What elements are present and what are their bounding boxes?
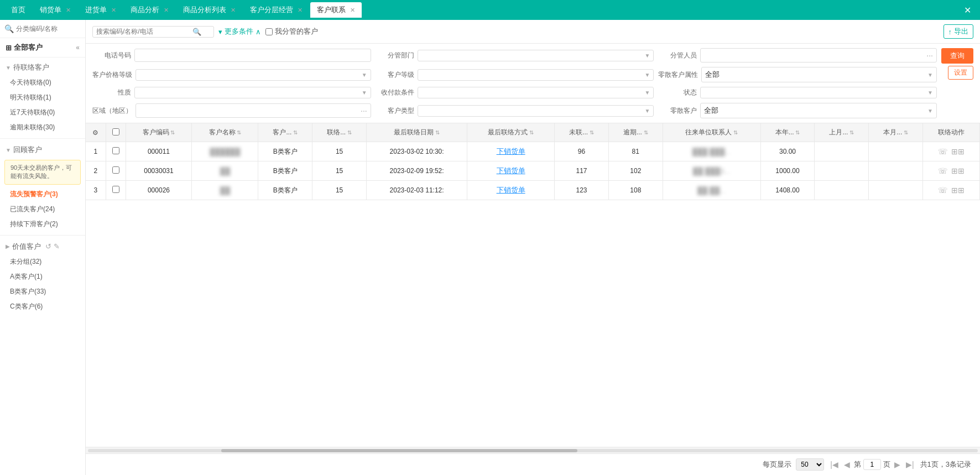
review-tooltip: 90天未交易的客户，可能有流失风险。 [4,160,81,185]
select-all-checkbox[interactable] [112,128,119,135]
sidebar-item-7days-pending[interactable]: 近7天待联络(0) [0,105,85,120]
col-not-contacted[interactable]: 未联... [555,123,609,142]
contact-action-icon[interactable]: ☏ [938,186,948,195]
my-customers-checkbox[interactable] [265,28,273,35]
next-page-button[interactable]: ▶ [893,460,902,469]
last-page-button[interactable]: ▶| [904,460,916,469]
more-action-icon[interactable]: ⊞⊞ [951,186,965,195]
chevron-down-icon: ▼ [927,108,933,114]
nav-tab-home[interactable]: 首页 [4,5,32,15]
nav-tab-sales[interactable]: 销货单 ✕ [33,2,77,18]
row-customer-type: B类客户 [258,161,312,181]
retail-attr-select[interactable]: 全部 ▼ [701,67,937,82]
sidebar-group-value-title[interactable]: ▶ 价值客户 ↺ ✎ [0,239,85,254]
person-select[interactable]: ··· [700,48,937,62]
row-checkbox-cell[interactable] [106,142,126,161]
search-input[interactable] [96,28,190,35]
price-grade-select[interactable]: ▼ [135,69,371,81]
sidebar-search-wrap: 🔍 [0,20,85,38]
close-tab-icon[interactable]: ✕ [298,7,303,14]
more-conditions-button[interactable]: ▾ 更多条件 ∧ [218,27,261,36]
sidebar-item-class-c[interactable]: C类客户(6) [0,299,85,314]
col-settings[interactable]: ⚙ [86,123,106,142]
row-checkbox-cell[interactable] [106,161,126,181]
settings-button[interactable]: 设置 [948,66,973,80]
close-tab-icon[interactable]: ✕ [164,7,169,14]
col-customer-type[interactable]: 客户... [258,123,312,142]
sidebar-item-class-a[interactable]: A类客户(1) [0,269,85,284]
col-contact-person[interactable]: 往来单位联系人 [663,123,760,142]
retail-customer-select[interactable]: 全部 ▼ [700,103,937,118]
nav-tab-analysis-list[interactable]: 商品分析列表 ✕ [176,2,242,18]
row-checkbox-cell[interactable] [106,181,126,200]
per-page-select[interactable]: 50 100 [796,458,824,471]
dept-select[interactable]: ▼ [418,50,654,61]
customer-type-select[interactable]: ▼ [418,105,654,117]
edit-icon[interactable]: ✎ [54,242,60,250]
more-action-icon[interactable]: ⊞⊞ [951,166,965,175]
close-tab-icon[interactable]: ✕ [66,7,71,14]
row-last-contact-method[interactable]: 下销货单 [467,161,555,181]
phone-input[interactable] [134,49,371,62]
sidebar-item-unclassified[interactable]: 未分组(32) [0,254,85,269]
contact-action-icon[interactable]: ☏ [938,166,948,175]
page-number-input[interactable] [863,459,881,470]
sidebar-item-churn-warning[interactable]: 流失预警客户(3) [0,187,85,202]
contact-action-icon[interactable]: ☏ [938,147,948,156]
sidebar-item-tomorrow-pending[interactable]: 明天待联络(1) [0,90,85,105]
row-this-month [869,181,923,200]
col-this-month[interactable]: 本月... [869,123,923,142]
collapse-sidebar-icon[interactable]: « [76,44,80,51]
close-tab-icon[interactable]: ✕ [231,7,236,14]
col-this-year[interactable]: 本年... [760,123,815,142]
region-select[interactable]: ··· [135,103,371,118]
row-contact-person: ██ ██... [663,181,760,200]
row-last-contact-method[interactable]: 下销货单 [467,142,555,161]
first-page-button[interactable]: |◀ [828,460,840,469]
close-all-tabs-button[interactable]: ✕ [960,5,976,15]
sidebar-item-today-pending[interactable]: 今天待联络(0) [0,75,85,90]
chevron-down-icon: ▼ [927,72,933,78]
col-last-contact-method[interactable]: 最后联络方式 [467,123,555,142]
col-name[interactable]: 客户名称 [192,123,258,142]
payment-select[interactable]: ▼ [418,87,654,98]
scroll-thumb[interactable] [221,449,577,452]
nav-tab-customer-contact[interactable]: 客户联系 ✕ [310,2,362,18]
query-button[interactable]: 查询 [941,48,973,64]
close-tab-icon[interactable]: ✕ [350,7,355,14]
my-customers-checkbox-label[interactable]: 我分管的客户 [265,27,318,36]
nav-tab-customer-segment[interactable]: 客户分层经营 ✕ [243,2,309,18]
sidebar-group-review-title[interactable]: ▼ 回顾客户 [0,142,85,158]
table-row: 1 000011 ██████ B类客户 15 2023-03-02 10:30… [86,142,980,161]
row-last-contact-method[interactable]: 下销货单 [467,181,555,200]
row-checkbox[interactable] [112,186,119,193]
scroll-track[interactable] [88,449,978,452]
row-checkbox[interactable] [112,166,119,174]
sidebar-item-churned[interactable]: 已流失客户(24) [0,202,85,217]
sidebar-item-class-b[interactable]: B类客户(33) [0,284,85,299]
filter-row-1: 电话号码 分管部门 ▼ 分管人员 [92,48,937,62]
sidebar-item-declining[interactable]: 持续下滑客户(2) [0,217,85,232]
col-code[interactable]: 客户编码 [126,123,192,142]
status-select[interactable]: ▼ [700,87,937,98]
filter-retail-customer: 零散客户 全部 ▼ [658,103,937,118]
col-contact[interactable]: 联络... [312,123,367,142]
customer-grade-select[interactable]: ▼ [418,69,654,81]
more-action-icon[interactable]: ⊞⊞ [951,147,965,156]
export-button[interactable]: ↑ 导出 [943,24,974,39]
nature-select[interactable]: ▼ [134,87,371,98]
nav-tab-analysis[interactable]: 商品分析 ✕ [124,2,175,18]
col-last-contact-date[interactable]: 最后联络日期 [367,123,467,142]
col-checkbox[interactable] [106,123,126,142]
row-checkbox[interactable] [112,147,119,154]
sidebar-item-overdue-contact[interactable]: 逾期未联络(30) [0,120,85,135]
nav-tab-purchase[interactable]: 进货单 ✕ [79,2,123,18]
col-last-month[interactable]: 上月... [815,123,869,142]
close-tab-icon[interactable]: ✕ [111,7,116,14]
horizontal-scrollbar[interactable] [86,447,980,453]
sidebar-search-input[interactable] [16,25,86,33]
prev-page-button[interactable]: ◀ [842,460,852,469]
sidebar-group-pending-title[interactable]: ▼ 待联络客户 [0,60,85,75]
refresh-icon[interactable]: ↺ [45,242,51,250]
col-overdue[interactable]: 逾期... [608,123,663,142]
